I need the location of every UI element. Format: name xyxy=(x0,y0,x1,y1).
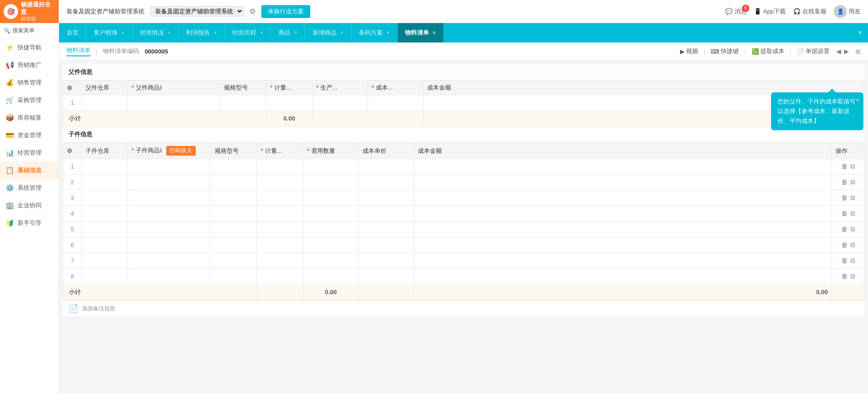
tab-operations-status[interactable]: 经营情况 × xyxy=(133,23,179,42)
child-spec-1[interactable] xyxy=(211,159,257,175)
nav-tabs: 首页 客户联络 × 经营情况 × 利润报告 × 经营历程 × 商品 × 新增商品… xyxy=(59,23,868,42)
parent-col-settings: ⚙ xyxy=(63,81,82,95)
parent-col-goods: * 父件商品ℹ xyxy=(128,81,220,95)
tab-customer[interactable]: 客户联络 × xyxy=(86,23,133,42)
child-section: 子件信息 ⚙ 子件仓库 * 子件商品ℹ 扫码录入 规格型号 * 计量... * … xyxy=(63,127,864,300)
sub-header-code-value: 0000005 xyxy=(145,48,168,55)
sidebar-item-basic-info[interactable]: 📋 基础信息 xyxy=(0,162,59,179)
parent-col-warehouse: 父件仓库 xyxy=(82,81,128,95)
child-table-row: 3 🗑⧉ xyxy=(63,190,864,206)
tab-new-goods[interactable]: 新增商品 × xyxy=(305,23,351,42)
search-menu[interactable]: 🔍 搜索菜单 xyxy=(0,23,59,39)
sidebar: 🎯 畅捷通好生意 标准版 🔍 搜索菜单 ⚡ 快捷导航 📢 营销推广 💰 销售管理… xyxy=(0,0,59,393)
close-barcode-tab[interactable]: × xyxy=(386,30,390,36)
copy-icon-6[interactable]: ⧉ xyxy=(850,241,855,249)
video-btn[interactable]: ▶ 视频 xyxy=(680,47,698,55)
parent-goods-cell[interactable] xyxy=(128,95,220,111)
online-service-btn[interactable]: 🎧 在线客服 xyxy=(793,7,826,16)
child-settings-icon[interactable]: ⚙ xyxy=(67,147,72,154)
logo-icon: 🎯 xyxy=(4,4,18,19)
delete-icon-2[interactable]: 🗑 xyxy=(841,178,848,186)
sidebar-item-guide[interactable]: 🔰 新手引导 xyxy=(0,214,59,232)
delete-icon-7[interactable]: 🗑 xyxy=(841,257,848,265)
tab-home[interactable]: 首页 xyxy=(59,23,86,42)
settings-icon[interactable]: ⚙ xyxy=(67,85,72,91)
parent-spec-cell[interactable] xyxy=(220,95,266,111)
delete-icon-8[interactable]: 🗑 xyxy=(841,272,848,280)
sub-header-code-label: 物料清单编码 xyxy=(103,47,139,55)
sub-tab-bom[interactable]: 物料清单 xyxy=(66,46,90,56)
copy-icon-8[interactable]: ⧉ xyxy=(850,272,855,280)
sidebar-item-system[interactable]: ⚙️ 系统管理 xyxy=(0,179,59,197)
sidebar-item-sales[interactable]: 💰 销售管理 xyxy=(0,74,59,91)
delete-icon-4[interactable]: 🗑 xyxy=(841,210,848,218)
child-qty-1[interactable] xyxy=(303,159,359,175)
child-warehouse-1[interactable] xyxy=(82,159,128,175)
purchase-icon: 🛒 xyxy=(6,96,14,104)
copy-icon-4[interactable]: ⧉ xyxy=(850,210,855,218)
parent-table-row: 1 xyxy=(63,95,864,111)
gear-icon[interactable]: ⚙ xyxy=(249,7,256,16)
sidebar-item-purchase[interactable]: 🛒 采购管理 xyxy=(0,91,59,109)
tab-bom[interactable]: 物料清单 × xyxy=(398,23,444,42)
parent-col-production: * 生产... xyxy=(313,81,368,95)
sidebar-item-quick-nav[interactable]: ⚡ 快捷导航 xyxy=(0,39,59,56)
video-icon: ▶ xyxy=(680,48,685,55)
experience-btn[interactable]: 体验行业方案 xyxy=(261,5,310,18)
system-name: 装备及固定资产辅助管理系统 xyxy=(66,7,145,16)
tab-operations-history[interactable]: 经营历程 × xyxy=(225,23,271,42)
delete-icon-5[interactable]: 🗑 xyxy=(841,225,848,233)
close-customer-tab[interactable]: × xyxy=(121,30,125,36)
next-arrow[interactable]: ▶ xyxy=(843,48,850,55)
tab-goods[interactable]: 商品 × xyxy=(271,23,305,42)
system-icon: ⚙️ xyxy=(6,184,14,192)
child-table-row: 1 🗑 ⧉ xyxy=(63,159,864,175)
copy-icon-3[interactable]: ⧉ xyxy=(850,194,855,202)
copy-icon-7[interactable]: ⧉ xyxy=(850,257,855,265)
delete-icon-1[interactable]: 🗑 xyxy=(841,163,848,170)
close-operations-history-tab[interactable]: × xyxy=(260,30,263,36)
shortcut-btn[interactable]: ⌨ 快捷键 xyxy=(711,47,739,55)
sidebar-item-enterprise[interactable]: 🏢 企业协同 xyxy=(0,197,59,214)
sidebar-item-marketing[interactable]: 📢 营销推广 xyxy=(0,56,59,74)
parent-production-cell[interactable] xyxy=(313,95,368,111)
delete-icon-3[interactable]: 🗑 xyxy=(841,194,848,202)
copy-icon-1[interactable]: ⧉ xyxy=(850,163,855,170)
single-settings-btn[interactable]: 📄 单据设置 xyxy=(797,47,830,55)
grid-icon[interactable]: ⊞ xyxy=(856,48,861,55)
close-operations-status-tab[interactable]: × xyxy=(168,30,171,36)
child-col-qty: * 需用数量 xyxy=(303,143,359,159)
app-download-btn[interactable]: 📱 App下载 xyxy=(754,7,786,16)
tooltip-close-btn[interactable]: × xyxy=(856,95,860,105)
tab-barcode[interactable]: 条码方案 × xyxy=(351,23,398,42)
child-goods-1[interactable] xyxy=(128,159,211,175)
child-unit-cost-1[interactable] xyxy=(359,159,414,175)
child-table-row: 6 🗑⧉ xyxy=(63,237,864,253)
tab-profit-report[interactable]: 利润报告 × xyxy=(179,23,225,42)
parent-cost-cell[interactable] xyxy=(368,95,423,111)
scan-btn[interactable]: 扫码录入 xyxy=(166,146,196,156)
sidebar-item-finance[interactable]: 💳 资金管理 xyxy=(0,127,59,144)
sidebar-item-operations[interactable]: 📊 经营管理 xyxy=(0,144,59,162)
close-profit-report-tab[interactable]: × xyxy=(214,30,217,36)
close-goods-tab[interactable]: × xyxy=(294,30,297,36)
system-selector[interactable]: 装备及固定资产辅助管理系统 xyxy=(150,6,244,17)
close-bom-tab[interactable]: × xyxy=(433,30,436,36)
delete-icon-6[interactable]: 🗑 xyxy=(841,241,848,249)
message-badge: 6 xyxy=(742,5,749,12)
prev-arrow[interactable]: ◀ xyxy=(835,48,842,55)
close-all-tabs[interactable]: × xyxy=(853,29,868,37)
close-new-goods-tab[interactable]: × xyxy=(340,30,344,36)
user-menu[interactable]: 👤 用友 xyxy=(834,5,861,18)
child-unit-1[interactable] xyxy=(257,159,303,175)
extract-cost-btn[interactable]: 💹 提取成本 xyxy=(752,47,784,55)
parent-col-cost: * 成本... xyxy=(368,81,423,95)
parent-table: ⚙ 父件仓库 * 父件商品ℹ 规格型号 * 计量... * 生产... * 成本… xyxy=(63,80,864,127)
copy-icon-2[interactable]: ⧉ xyxy=(850,178,855,186)
parent-warehouse-cell[interactable] xyxy=(82,95,128,111)
sidebar-item-inventory[interactable]: 📦 库存核算 xyxy=(0,109,59,127)
marketing-icon: 📢 xyxy=(6,61,14,69)
parent-unit-cell[interactable] xyxy=(266,95,313,111)
message-btn[interactable]: 💬 消息 6 xyxy=(725,7,747,16)
copy-icon-5[interactable]: ⧉ xyxy=(850,225,855,233)
